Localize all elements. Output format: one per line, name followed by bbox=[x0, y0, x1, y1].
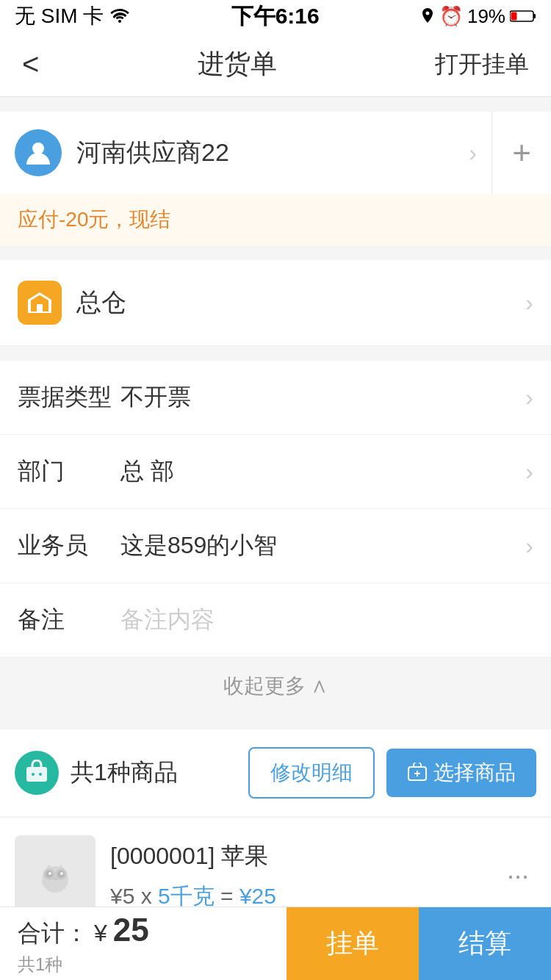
price-qty: 5千克 bbox=[158, 884, 215, 908]
svg-point-16 bbox=[60, 872, 63, 875]
salesperson-chevron-icon: › bbox=[525, 533, 533, 560]
remark-row[interactable]: 备注 备注内容 bbox=[0, 583, 551, 657]
product-name: [0000001] 苹果 bbox=[110, 840, 500, 873]
department-chevron-icon: › bbox=[525, 458, 533, 486]
add-supplier-button[interactable]: + bbox=[492, 112, 551, 194]
total-section: 合计： ¥ 25 共1种 bbox=[0, 907, 287, 980]
collapse-label: 收起更多 ∧ bbox=[223, 672, 328, 700]
page-title: 进货单 bbox=[198, 46, 277, 82]
invoice-type-row[interactable]: 票据类型 不开票 › bbox=[0, 361, 551, 435]
location-icon bbox=[420, 5, 435, 28]
svg-rect-2 bbox=[511, 12, 517, 20]
product-thumbnail bbox=[15, 835, 96, 916]
remark-placeholder: 备注内容 bbox=[120, 604, 533, 636]
supplier-name: 河南供应商22 bbox=[76, 136, 461, 170]
price-total: ¥25 bbox=[240, 884, 276, 908]
svg-point-17 bbox=[52, 877, 58, 880]
price-equals: = bbox=[215, 884, 240, 908]
warehouse-chevron-icon: › bbox=[525, 289, 533, 317]
warehouse-icon bbox=[18, 281, 62, 325]
total-sub: 共1种 bbox=[18, 953, 269, 976]
salesperson-row[interactable]: 业务员 这是859的小智 › bbox=[0, 509, 551, 583]
invoice-type-value: 不开票 bbox=[120, 381, 518, 414]
warehouse-label: 总仓 bbox=[76, 286, 518, 320]
status-left: 无 SIM 卡 bbox=[15, 2, 130, 30]
product-header: 共1种商品 修改明细 选择商品 bbox=[0, 729, 551, 816]
salesperson-value: 这是859的小智 bbox=[120, 530, 518, 562]
section-gap-3 bbox=[0, 346, 551, 361]
battery-label: 19% bbox=[467, 5, 505, 28]
section-gap-4 bbox=[0, 715, 551, 729]
sim-label: 无 SIM 卡 bbox=[15, 2, 104, 30]
product-more-button[interactable]: ··· bbox=[500, 853, 536, 898]
pending-button[interactable]: 挂单 bbox=[287, 907, 419, 980]
status-time: 下午6:16 bbox=[231, 1, 320, 32]
svg-rect-1 bbox=[533, 14, 536, 18]
department-label: 部门 bbox=[18, 455, 120, 488]
nav-bar: < 进货单 打开挂单 bbox=[0, 32, 551, 97]
collapse-button[interactable]: 收起更多 ∧ bbox=[0, 657, 551, 715]
product-info: [0000001] 苹果 ¥5 x 5千克 = ¥25 bbox=[110, 840, 500, 912]
select-product-label: 选择商品 bbox=[433, 759, 516, 787]
total-symbol: ¥ bbox=[94, 920, 107, 947]
supplier-chevron-icon: › bbox=[469, 140, 477, 167]
battery-icon bbox=[510, 5, 536, 28]
product-count-icon bbox=[15, 751, 59, 795]
total-main: 合计： ¥ 25 bbox=[18, 912, 269, 950]
product-count-label: 共1种商品 bbox=[71, 757, 248, 789]
price-base: ¥5 x bbox=[110, 884, 158, 908]
checkout-button[interactable]: 结算 bbox=[419, 907, 551, 980]
supplier-selector[interactable]: 河南供应商22 › bbox=[0, 112, 492, 194]
svg-rect-4 bbox=[26, 767, 47, 782]
status-right: ⏰ 19% bbox=[420, 5, 536, 28]
section-gap-2 bbox=[0, 245, 551, 260]
remark-label: 备注 bbox=[18, 604, 120, 636]
open-pending-button[interactable]: 打开挂单 bbox=[435, 48, 529, 81]
svg-point-15 bbox=[48, 872, 51, 875]
svg-point-6 bbox=[39, 773, 42, 776]
status-bar: 无 SIM 卡 下午6:16 ⏰ 19% bbox=[0, 0, 551, 32]
edit-detail-button[interactable]: 修改明细 bbox=[248, 747, 375, 799]
svg-point-5 bbox=[32, 773, 35, 776]
total-amount: 25 bbox=[113, 912, 149, 948]
wifi-icon bbox=[109, 4, 130, 28]
svg-point-3 bbox=[32, 143, 44, 154]
supplier-section: 河南供应商22 › + bbox=[0, 112, 551, 194]
total-label: 合计： bbox=[18, 918, 88, 950]
invoice-type-label: 票据类型 bbox=[18, 381, 120, 414]
bottom-bar: 合计： ¥ 25 共1种 挂单 结算 bbox=[0, 907, 551, 980]
invoice-type-chevron-icon: › bbox=[525, 384, 533, 411]
select-product-button[interactable]: 选择商品 bbox=[386, 749, 536, 797]
alarm-icon: ⏰ bbox=[439, 5, 463, 28]
department-value: 总 部 bbox=[120, 455, 518, 488]
department-row[interactable]: 部门 总 部 › bbox=[0, 435, 551, 509]
section-gap-1 bbox=[0, 97, 551, 112]
back-button[interactable]: < bbox=[22, 48, 39, 81]
supplier-avatar bbox=[15, 129, 62, 176]
notice-bar: 应付-20元，现结 bbox=[0, 194, 551, 245]
salesperson-label: 业务员 bbox=[18, 530, 120, 562]
warehouse-row[interactable]: 总仓 › bbox=[0, 260, 551, 346]
